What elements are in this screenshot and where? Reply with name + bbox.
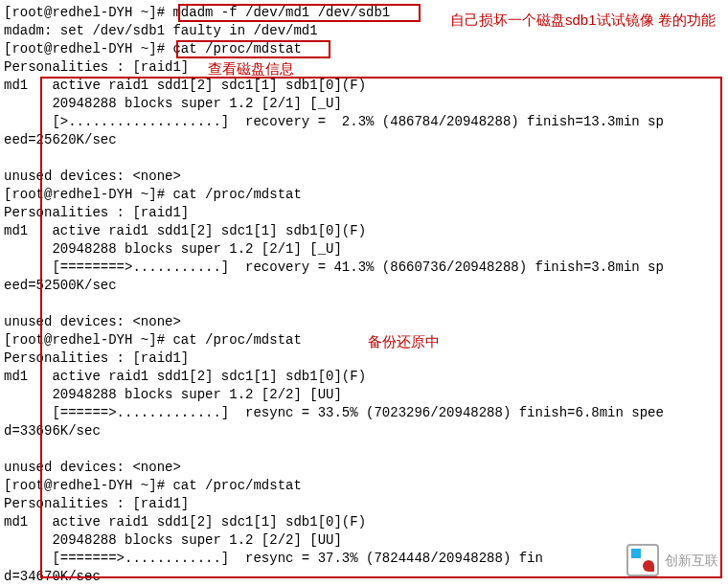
mdstat-1-progress: [>...................] recovery = 2.3% (…	[4, 114, 664, 147]
cmd-1: mdadm -f /dev/md1 /dev/sdb1	[172, 5, 390, 20]
prompt-2: [root@redhel-DYH ~]#	[4, 41, 172, 56]
prompt-4: [root@redhel-DYH ~]#	[4, 332, 172, 348]
mdstat-4-blocks: 20948288 blocks super 1.2 [2/2] [UU]	[4, 532, 342, 548]
prompt-3: [root@redhel-DYH ~]#	[4, 187, 172, 202]
mdstat-4-md: md1 active raid1 sdd1[2] sdc1[1] sdb1[0]…	[4, 514, 366, 530]
mdstat-1-personalities: Personalities : [raid1]	[4, 59, 189, 75]
watermark-logo-icon	[626, 544, 659, 576]
mdstat-2-personalities: Personalities : [raid1]	[4, 205, 189, 220]
mdstat-3-blocks: 20948288 blocks super 1.2 [2/2] [UU]	[4, 387, 342, 402]
cmd-2c: cat /proc/mdstat	[172, 332, 301, 348]
watermark: 创新互联	[626, 544, 718, 576]
annotation-damage: 自己损坏一个磁盘sdb1试试镜像 卷的功能	[450, 10, 716, 32]
cmd-2d: cat /proc/mdstat	[172, 478, 301, 493]
terminal-output: [root@redhel-DYH ~]# mdadm -f /dev/md1 /…	[4, 4, 664, 586]
mdstat-2-progress: [========>...........] recovery = 41.3% …	[4, 259, 664, 293]
prompt-1: [root@redhel-DYH ~]#	[4, 5, 172, 20]
mdstat-3-personalities: Personalities : [raid1]	[4, 350, 189, 366]
prompt-5: [root@redhel-DYH ~]#	[4, 478, 172, 493]
annotation-backup: 备份还原中	[368, 332, 440, 350]
mdstat-4-progress: [=======>............] resync = 37.3% (7…	[4, 551, 543, 584]
annotation-view: 查看磁盘信息	[208, 59, 294, 78]
mdstat-1-md: md1 active raid1 sdd1[2] sdc1[1] sdb1[0]…	[4, 78, 366, 93]
mdstat-2-blocks: 20948288 blocks super 1.2 [2/1] [_U]	[4, 241, 342, 257]
mdstat-4-personalities: Personalities : [raid1]	[4, 496, 189, 511]
watermark-text: 创新互联	[665, 552, 718, 570]
mdstat-1-blocks: 20948288 blocks super 1.2 [2/1] [_U]	[4, 96, 342, 111]
mdstat-2-unused: unused devices: <none>	[4, 314, 181, 329]
mdstat-3-unused: unused devices: <none>	[4, 460, 181, 475]
cmd-2b: cat /proc/mdstat	[172, 187, 301, 202]
cmd-2a: cat /proc/mdstat	[172, 41, 301, 56]
mdstat-3-progress: [======>.............] resync = 33.5% (7…	[4, 405, 664, 439]
mdstat-3-md: md1 active raid1 sdd1[2] sdc1[1] sdb1[0]…	[4, 369, 366, 384]
cmd-1-output: mdadm: set /dev/sdb1 faulty in /dev/md1	[4, 23, 318, 38]
mdstat-2-md: md1 active raid1 sdd1[2] sdc1[1] sdb1[0]…	[4, 223, 366, 238]
mdstat-1-unused: unused devices: <none>	[4, 169, 181, 184]
